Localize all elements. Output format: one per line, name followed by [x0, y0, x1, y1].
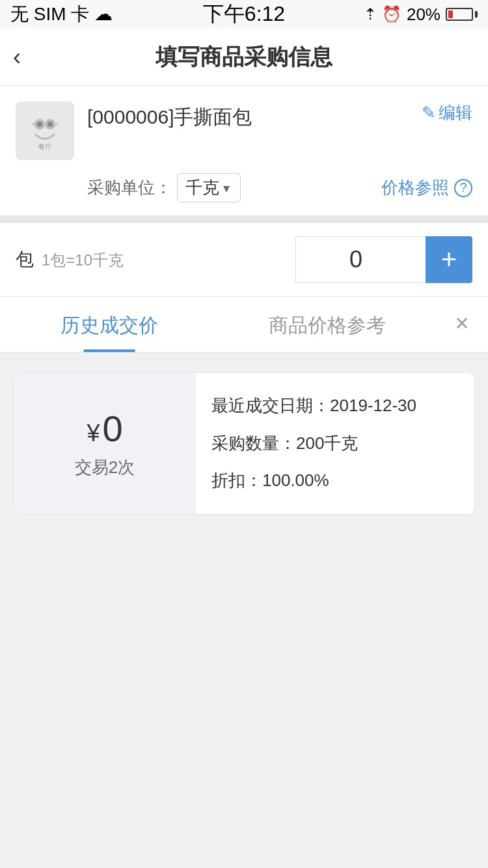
purchase-qty-item: 采购数量：200千克 — [211, 430, 459, 457]
product-image: 餐厅 — [25, 111, 64, 150]
tab-close-button[interactable]: × — [436, 310, 488, 340]
unit-dropdown[interactable]: 千克 — [177, 173, 241, 202]
tab-history-price[interactable]: 历史成交价 — [0, 297, 218, 352]
sim-label: 无 SIM 卡 ☁ — [10, 2, 113, 27]
battery-percent: 20% — [407, 5, 441, 25]
card-section: ¥ 0 交易2次 最近成交日期：2019-12-30 采购数量：200千克 折扣… — [0, 353, 488, 808]
product-thumbnail: 餐厅 — [16, 102, 74, 160]
price-card-left: ¥ 0 交易2次 — [14, 373, 196, 514]
quantity-label: 包 1包=10千克 — [16, 247, 124, 272]
discount-item: 折扣：100.00% — [211, 467, 459, 495]
product-name: [0000006]手撕面包 — [87, 102, 252, 131]
quantity-plus-button[interactable]: + — [426, 236, 472, 283]
product-section: 餐厅 [0000006]手撕面包 ✎ 编辑 采购单位： 千克 价格参照 ? — [0, 86, 488, 215]
price-ref-button[interactable]: 价格参照 ? — [381, 176, 472, 199]
price-amount: ¥ 0 — [87, 407, 122, 450]
status-bar: 无 SIM 卡 ☁ 下午6:12 ⇡ ⏰ 20% — [0, 0, 488, 29]
back-button[interactable]: ‹ — [13, 44, 21, 71]
edit-icon: ✎ — [422, 103, 436, 123]
status-left: 无 SIM 卡 ☁ — [10, 2, 113, 27]
svg-point-3 — [47, 122, 53, 127]
product-sub-info: 采购单位： 千克 价格参照 ? — [16, 173, 472, 202]
svg-text:餐厅: 餐厅 — [38, 143, 51, 150]
price-card: ¥ 0 交易2次 最近成交日期：2019-12-30 采购数量：200千克 折扣… — [13, 372, 475, 515]
edit-button[interactable]: ✎ 编辑 — [422, 102, 472, 124]
transaction-count: 交易2次 — [75, 456, 135, 479]
status-right: ⇡ ⏰ 20% — [364, 5, 478, 25]
tab-bar: 历史成交价 商品价格参考 × — [0, 297, 488, 352]
section-divider — [0, 215, 488, 223]
tab-section: 历史成交价 商品价格参考 × — [0, 297, 488, 353]
tab-product-price-ref[interactable]: 商品价格参考 — [218, 297, 436, 352]
quantity-input-area: + — [295, 236, 472, 283]
product-header: 餐厅 [0000006]手撕面包 ✎ 编辑 — [16, 102, 472, 160]
battery-icon — [446, 8, 478, 21]
svg-point-2 — [37, 122, 42, 127]
alarm-icon: ⏰ — [382, 5, 401, 23]
location-icon: ⇡ — [364, 5, 377, 23]
status-time: 下午6:12 — [203, 0, 285, 29]
page-title: 填写商品采购信息 — [156, 42, 332, 72]
price-ref-icon: ? — [454, 179, 472, 197]
quantity-input[interactable] — [295, 236, 426, 283]
product-left: 餐厅 [0000006]手撕面包 — [16, 102, 252, 160]
recent-date-item: 最近成交日期：2019-12-30 — [211, 392, 459, 420]
quantity-section: 包 1包=10千克 + — [0, 223, 488, 296]
unit-label: 采购单位： 千克 — [87, 173, 241, 202]
price-card-right: 最近成交日期：2019-12-30 采购数量：200千克 折扣：100.00% — [196, 373, 474, 514]
nav-bar: ‹ 填写商品采购信息 — [0, 29, 488, 86]
